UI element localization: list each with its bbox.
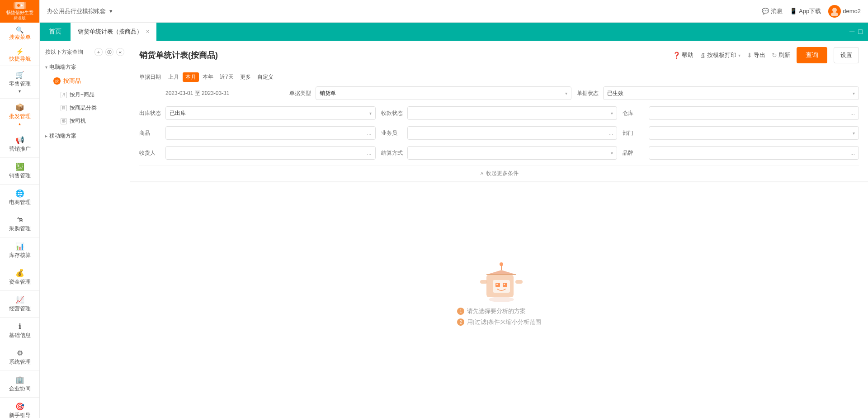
query-button[interactable]: 查询 bbox=[797, 47, 827, 63]
department-arrow: ▾ bbox=[853, 131, 855, 136]
tab-close-btn[interactable]: × bbox=[146, 28, 149, 35]
breadcrumb-arrow[interactable]: ▾ bbox=[109, 8, 113, 14]
product-scheme-icon: 按 bbox=[53, 77, 61, 85]
refresh-btn[interactable]: ↻ 刷新 bbox=[772, 51, 790, 59]
tab-active[interactable]: 销货单统计表（按商品） × bbox=[71, 23, 156, 41]
receiver-input[interactable]: ... bbox=[165, 146, 376, 160]
department-input[interactable]: ▾ bbox=[649, 126, 859, 140]
quick-nav[interactable]: ⚡ 快捷导航 bbox=[0, 45, 39, 66]
pc-group-title[interactable]: ▾ 电脑端方案 bbox=[40, 61, 130, 74]
print-chevron[interactable]: ▾ bbox=[738, 53, 741, 58]
goods-input[interactable]: ... bbox=[165, 126, 376, 140]
settlement-label: 结算方式 bbox=[381, 149, 404, 157]
filter-row-2: 出库状态 已出库 ▾ 收款状态 ▾ bbox=[139, 106, 859, 120]
sidebar-item-wholesale[interactable]: 📦 批发管理 ▴ bbox=[0, 99, 39, 131]
date-this-month[interactable]: 本月 bbox=[183, 72, 199, 82]
receiver-dots[interactable]: ... bbox=[367, 150, 372, 156]
message-btn[interactable]: 💬 消息 bbox=[762, 7, 783, 15]
scheme-item-product[interactable]: 按 按商品 bbox=[40, 74, 130, 88]
sidebar-item-retail[interactable]: 🛒 零售管理 ▾ bbox=[0, 66, 39, 99]
search-menu[interactable]: 🔍 搜索菜单 bbox=[0, 23, 39, 45]
date-last-month[interactable]: 上月 bbox=[165, 72, 182, 82]
print-btn-wrapper: 🖨 按模板打印 ▾ bbox=[700, 51, 741, 59]
app-download-btn[interactable]: 📱 App下载 bbox=[790, 7, 821, 15]
receiver-label: 收货人 bbox=[139, 149, 162, 157]
sidebar-item-system[interactable]: ⚙ 系统管理 bbox=[0, 344, 39, 371]
date-7days[interactable]: 近7天 bbox=[217, 72, 236, 82]
doc-type-input[interactable]: 销货单 ▾ bbox=[316, 86, 571, 100]
pc-expand-arrow: ▾ bbox=[45, 65, 47, 70]
scheme-sub-month-product[interactable]: 月 按月+商品 bbox=[40, 88, 130, 101]
tab-home[interactable]: 首页 bbox=[40, 23, 71, 41]
help-icon: ❓ bbox=[673, 52, 680, 59]
sidebar-item-sales[interactable]: 💹 销售管理 bbox=[0, 158, 39, 185]
filter-row-3: 商品 ... 业务员 ... bbox=[139, 126, 859, 140]
svg-point-3 bbox=[831, 12, 838, 16]
salesperson-input[interactable]: ... bbox=[407, 126, 618, 140]
sidebar-item-guide[interactable]: 🎯 新手引导 bbox=[0, 398, 39, 418]
sidebar-item-operations[interactable]: 📈 经营管理 bbox=[0, 291, 39, 318]
salesperson-dots[interactable]: ... bbox=[609, 130, 613, 136]
system-icon: ⚙ bbox=[17, 349, 23, 357]
settings-button[interactable]: 设置 bbox=[834, 47, 859, 63]
message-icon: 💬 bbox=[762, 8, 769, 14]
date-more[interactable]: 更多 bbox=[237, 72, 254, 82]
edit-scheme-btn[interactable] bbox=[105, 48, 113, 56]
warehouse-input[interactable]: ... bbox=[649, 106, 859, 120]
logo-icon bbox=[14, 2, 26, 9]
date-label: 单据日期 bbox=[139, 73, 162, 81]
collect-status-label: 收款状态 bbox=[381, 109, 404, 117]
department-label: 部门 bbox=[623, 129, 645, 137]
warehouse-dots[interactable]: ... bbox=[850, 110, 855, 116]
sidebar-item-purchase[interactable]: 🛍 采购管理 bbox=[0, 211, 39, 238]
help-btn[interactable]: ❓ 帮助 bbox=[673, 51, 693, 59]
logo-text: 畅捷信好生意 bbox=[6, 10, 33, 15]
user-menu[interactable]: demo2 bbox=[828, 5, 861, 18]
empty-state: 1 请先选择要分析的方案 2 用[过滤]条件来缩小分析范围 bbox=[130, 238, 868, 362]
scheme-sub-driver[interactable]: 部 按司机 bbox=[40, 114, 130, 128]
date-custom[interactable]: 自定义 bbox=[255, 72, 276, 82]
export-btn[interactable]: ⬇ 导出 bbox=[747, 51, 765, 59]
svg-rect-14 bbox=[504, 284, 505, 285]
operations-icon: 📈 bbox=[15, 295, 24, 304]
basic-icon: ℹ bbox=[19, 322, 21, 331]
export-icon: ⬇ bbox=[747, 52, 752, 59]
sidebar-item-finance[interactable]: 💰 资金管理 bbox=[0, 264, 39, 291]
settlement-input[interactable]: ▾ bbox=[407, 146, 618, 160]
collapse-conditions-btn[interactable]: ∧ 收起更多条件 bbox=[139, 166, 859, 181]
brand-dots[interactable]: ... bbox=[850, 150, 855, 156]
scheme-sub-category[interactable]: 目 按商品分类 bbox=[40, 101, 130, 114]
title-actions: ❓ 帮助 🖨 按模板打印 ▾ ⬇ 导出 bbox=[673, 47, 859, 63]
tab-maximize-btn[interactable]: □ bbox=[858, 28, 863, 36]
brand-input[interactable]: ... bbox=[649, 146, 859, 160]
breadcrumb: 办公用品行业模拟账套 bbox=[47, 7, 106, 15]
collect-status-input[interactable]: ▾ bbox=[407, 106, 618, 120]
purchase-icon: 🛍 bbox=[16, 216, 24, 224]
sidebar-item-enterprise[interactable]: 🏢 企业协同 bbox=[0, 371, 39, 398]
add-scheme-btn[interactable]: + bbox=[94, 48, 103, 56]
mobile-scheme-group[interactable]: ▸ 移动端方案 bbox=[40, 129, 130, 142]
guide-icon: 🎯 bbox=[15, 402, 24, 411]
wholesale-arrow: ▴ bbox=[19, 121, 21, 126]
tab-bar-right: ─ □ bbox=[849, 28, 868, 36]
print-btn[interactable]: 🖨 按模板打印 bbox=[700, 51, 736, 59]
svg-rect-13 bbox=[496, 284, 498, 285]
collapse-scheme-btn[interactable]: « bbox=[116, 48, 124, 56]
receiver-row: 收货人 ... bbox=[139, 146, 376, 160]
sidebar-item-inventory[interactable]: 📊 库存核算 bbox=[0, 238, 39, 264]
date-this-year[interactable]: 本年 bbox=[200, 72, 216, 82]
goods-dots[interactable]: ... bbox=[367, 130, 372, 136]
download-icon: 📱 bbox=[790, 8, 797, 14]
tab-minimize-btn[interactable]: ─ bbox=[849, 28, 854, 36]
retail-icon: 🛒 bbox=[15, 71, 24, 79]
svg-rect-12 bbox=[503, 283, 507, 287]
sidebar-item-basic[interactable]: ℹ 基础信息 bbox=[0, 318, 39, 344]
out-status-input[interactable]: 已出库 ▾ bbox=[165, 106, 376, 120]
sidebar-item-ecommerce[interactable]: 🌐 电商管理 bbox=[0, 185, 39, 211]
doc-status-input[interactable]: 已生效 ▾ bbox=[603, 86, 859, 100]
sidebar-item-marketing[interactable]: 📢 营销推广 bbox=[0, 131, 39, 158]
goods-label: 商品 bbox=[139, 129, 162, 137]
date-range-text: 2023-03-01 至 2023-03-31 bbox=[165, 90, 229, 97]
enterprise-icon: 🏢 bbox=[15, 375, 24, 384]
ecommerce-icon: 🌐 bbox=[15, 189, 24, 198]
